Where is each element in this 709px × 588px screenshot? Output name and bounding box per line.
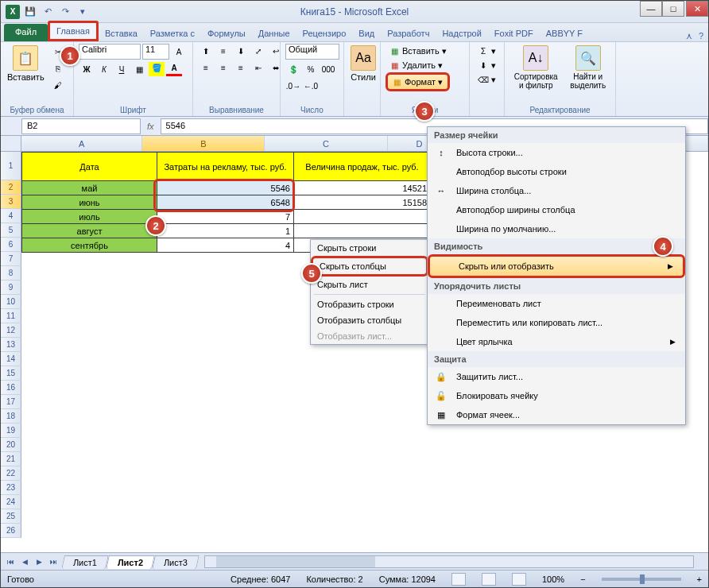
insert-cells-button[interactable]: ▦Вставить ▾ (385, 44, 450, 58)
tab-insert[interactable]: Вставка (99, 25, 144, 41)
menu-row-height[interactable]: ↕Высота строки... (428, 143, 685, 162)
data-table[interactable]: Дата Затраты на рекламу, тыс. руб. Велич… (21, 152, 431, 253)
clear-button[interactable]: ⌫▾ (475, 72, 499, 87)
header-cost[interactable]: Затраты на рекламу, тыс. руб. (157, 153, 294, 181)
tab-foxit[interactable]: Foxit PDF (488, 25, 540, 41)
cell-c3[interactable]: 15158 (294, 195, 431, 210)
sheet-nav-prev-icon[interactable]: ◀ (18, 558, 31, 566)
name-box[interactable]: B2 (21, 118, 141, 134)
align-left-icon[interactable]: ≡ (198, 60, 214, 75)
view-pagebreak-icon[interactable] (512, 573, 526, 586)
orientation-icon[interactable]: ⤢ (250, 44, 266, 58)
cell-c4[interactable] (294, 210, 431, 224)
sheet-nav-last-icon[interactable]: ⏭ (47, 558, 60, 566)
align-right-icon[interactable]: ≡ (233, 60, 249, 75)
horizontal-scrollbar[interactable] (204, 555, 694, 568)
col-header-c[interactable]: C (265, 136, 387, 151)
tab-view[interactable]: Вид (352, 25, 381, 41)
font-color-icon[interactable]: A (166, 62, 182, 76)
delete-cells-button[interactable]: ▦Удалить ▾ (385, 58, 450, 72)
row-headers[interactable]: 1 2 3 4 5 6 7 8 9 10 11 12 13 14 15 16 1… (1, 152, 21, 538)
close-button[interactable]: ✕ (686, 1, 708, 17)
fill-button[interactable]: ⬇▾ (475, 58, 499, 72)
font-name-select[interactable]: Calibri (79, 44, 141, 60)
menu-hide-sheet[interactable]: Скрыть лист (311, 277, 428, 292)
zoom-slider[interactable] (602, 578, 681, 581)
align-bottom-icon[interactable]: ⬇ (233, 44, 249, 58)
comma-icon[interactable]: 000 (320, 62, 336, 76)
sheet-nav-first-icon[interactable]: ⏮ (4, 558, 17, 566)
menu-show-rows[interactable]: Отобразить строки (311, 296, 428, 312)
indent-dec-icon[interactable]: ⇤ (250, 60, 266, 75)
align-middle-icon[interactable]: ≡ (215, 44, 231, 58)
fill-color-icon[interactable]: 🪣 (149, 62, 165, 76)
row-header-3[interactable]: 3 (1, 195, 21, 209)
menu-rename-sheet[interactable]: Переименовать лист (428, 294, 685, 313)
menu-tab-color[interactable]: Цвет ярлычка▶ (428, 332, 685, 351)
autosum-button[interactable]: Σ▾ (475, 44, 499, 58)
styles-button[interactable]: Aa Стили (349, 44, 378, 83)
cell-b4[interactable]: 7 (157, 210, 294, 224)
menu-lock-cell[interactable]: 🔓Блокировать ячейку (428, 386, 685, 405)
number-format-select[interactable]: Общий (285, 44, 339, 60)
zoom-in-icon[interactable]: + (697, 574, 702, 584)
cell-c2[interactable]: 14521 (294, 181, 431, 195)
border-icon[interactable]: ▦ (131, 62, 147, 76)
sheet-tab-3[interactable]: Лист3 (152, 555, 200, 569)
tab-layout[interactable]: Разметка с (144, 25, 201, 41)
row-header-6[interactable]: 6 (1, 238, 21, 252)
cell-a6[interactable]: сентябрь (22, 238, 157, 253)
sort-filter-button[interactable]: A↓ Сортировка и фильтр (509, 44, 562, 91)
tab-developer[interactable]: Разработч (381, 25, 436, 41)
maximize-button[interactable]: □ (662, 1, 684, 17)
redo-icon[interactable]: ↷ (58, 5, 72, 19)
view-normal-icon[interactable] (451, 573, 466, 586)
decrease-decimal-icon[interactable]: ←.0 (303, 79, 319, 93)
font-size-select[interactable]: 11 (142, 44, 169, 60)
col-header-a[interactable]: A (21, 136, 142, 151)
tab-file[interactable]: Файл (4, 24, 48, 41)
bold-icon[interactable]: Ж (79, 62, 95, 76)
format-painter-icon[interactable]: 🖌 (49, 77, 67, 93)
align-top-icon[interactable]: ⬆ (198, 44, 214, 58)
italic-icon[interactable]: К (96, 62, 112, 76)
find-select-button[interactable]: 🔍 Найти и выделить (565, 44, 610, 91)
menu-move-copy-sheet[interactable]: Переместить или копировать лист... (428, 313, 685, 332)
cell-c5[interactable] (294, 224, 431, 238)
select-all-corner[interactable] (1, 136, 21, 152)
align-center-icon[interactable]: ≡ (215, 60, 231, 75)
minimize-ribbon-icon[interactable]: ⋏ (686, 31, 692, 41)
cell-b2[interactable]: 5546 (157, 181, 294, 195)
menu-show-sheet[interactable]: Отобразить лист... (311, 328, 428, 344)
menu-col-width[interactable]: ↔Ширина столбца... (428, 181, 685, 200)
header-date[interactable]: Дата (22, 153, 157, 181)
header-sales[interactable]: Величина продаж, тыс. руб. (294, 153, 431, 181)
increase-decimal-icon[interactable]: .0→ (285, 79, 301, 93)
menu-protect-sheet[interactable]: 🔒Защитить лист... (428, 367, 685, 386)
cell-a2[interactable]: май (22, 181, 157, 195)
menu-hide-cols[interactable]: Скрыть столбцы (311, 256, 428, 277)
menu-hide-show[interactable]: Скрыть или отобразить▶ (428, 254, 685, 278)
cell-b3[interactable]: 6548 (157, 195, 294, 210)
tab-formulas[interactable]: Формулы (201, 25, 252, 41)
tab-review[interactable]: Рецензиро (296, 25, 353, 41)
grow-font-icon[interactable]: A (171, 44, 187, 59)
menu-autofit-col[interactable]: Автоподбор ширины столбца (428, 200, 685, 219)
row-header-5[interactable]: 5 (1, 223, 21, 238)
tab-abbyy[interactable]: ABBYY F (540, 25, 589, 41)
help-icon[interactable]: ? (699, 31, 703, 41)
format-cells-button[interactable]: ▦Формат ▾ (385, 72, 450, 91)
tab-data[interactable]: Данные (252, 25, 296, 41)
menu-show-cols[interactable]: Отобразить столбцы (311, 312, 428, 328)
minimize-button[interactable]: — (640, 1, 662, 17)
cell-a5[interactable]: август (22, 224, 157, 238)
menu-autofit-row[interactable]: Автоподбор высоты строки (428, 162, 685, 181)
cell-a3[interactable]: июнь (22, 195, 157, 210)
sheet-nav-next-icon[interactable]: ▶ (33, 558, 45, 566)
tab-home[interactable]: Главная (48, 21, 99, 41)
fx-icon[interactable]: fx (141, 122, 161, 131)
cell-b6[interactable]: 4 (157, 238, 294, 253)
qat-dropdown-icon[interactable]: ▾ (76, 5, 90, 19)
undo-icon[interactable]: ↶ (41, 5, 55, 19)
row-header-2[interactable]: 2 (1, 180, 21, 195)
